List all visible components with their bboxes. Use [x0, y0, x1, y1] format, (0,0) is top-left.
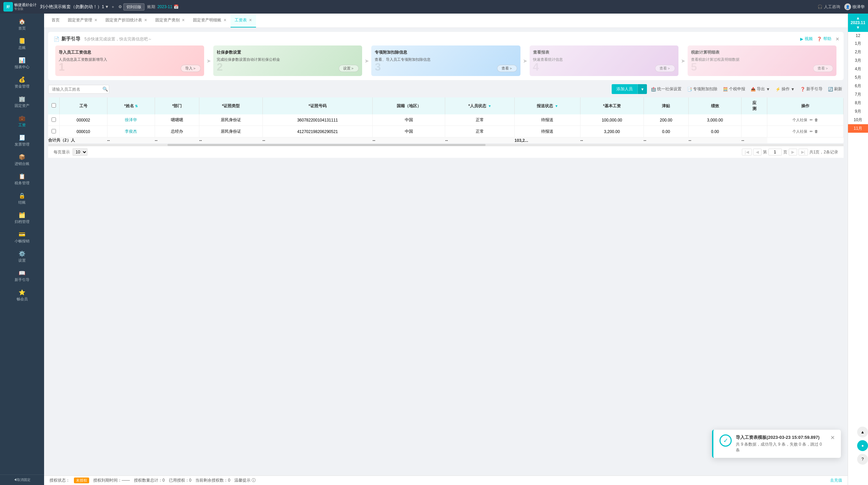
sidebar-item-inventory[interactable]: 📦 进销台账: [0, 150, 44, 170]
account-name[interactable]: 刘小艳演示账套（勿删勿动！）1: [40, 4, 104, 10]
month-10[interactable]: 10月: [848, 116, 868, 124]
sidebar-item-expense[interactable]: 💳 小畅报销: [0, 228, 44, 247]
search-input[interactable]: [48, 85, 109, 94]
edit-btn-2[interactable]: ✏: [810, 129, 813, 133]
social-insurance-button[interactable]: 🏥 统一社保设置: [650, 86, 683, 92]
user-menu[interactable]: 👤 徐泽华: [844, 3, 865, 10]
year-up-arrow[interactable]: ▲: [856, 16, 860, 20]
horizontal-scrollbar[interactable]: [48, 144, 844, 146]
year-down-arrow[interactable]: ▼: [856, 25, 860, 30]
tab-fixed-detail-close[interactable]: ✕: [223, 18, 226, 22]
down-action[interactable]: ●: [857, 440, 868, 451]
sidebar-item-ledger[interactable]: 📒 总账: [0, 34, 44, 54]
period-value[interactable]: 2023-11: [157, 4, 172, 9]
month-6[interactable]: 6月: [848, 82, 868, 90]
page-number-input[interactable]: [768, 149, 782, 155]
row-checkbox-1[interactable]: [48, 114, 60, 126]
performance-1[interactable]: 3,000.00: [689, 114, 742, 126]
export-button[interactable]: 📤 导出 ▼: [749, 86, 771, 92]
top-up-link[interactable]: 去充值: [830, 478, 842, 483]
tab-fixed-assets[interactable]: 固定资产管理 ✕: [64, 14, 101, 27]
month-7[interactable]: 7月: [848, 90, 868, 99]
guide-step-1-btn[interactable]: 导入＞: [181, 65, 201, 72]
month-1[interactable]: 1月: [848, 39, 868, 48]
account-dropdown-icon[interactable]: ▼: [105, 4, 109, 9]
tab-payroll-close[interactable]: ✕: [249, 18, 252, 22]
switch-version-button[interactable]: 切到旧版: [123, 3, 144, 11]
help-link[interactable]: ❓ 帮助: [817, 36, 831, 42]
guide-close-button[interactable]: ✕: [835, 36, 840, 42]
row-checkbox[interactable]: [52, 117, 56, 122]
sidebar-item-home[interactable]: 🏠 首页: [0, 15, 44, 34]
sidebar-item-fixed-assets[interactable]: 🏢 固定资产: [0, 92, 44, 112]
sidebar-item-invoice[interactable]: 🧾 发票管理: [0, 131, 44, 150]
select-all-checkbox[interactable]: [52, 103, 56, 108]
additional-deduction-button[interactable]: 📑 专项附加扣除: [686, 86, 719, 92]
tab-fixed-category-close[interactable]: ✕: [182, 18, 185, 22]
delete-btn-2[interactable]: 🗑: [814, 129, 818, 133]
personal-tax-button[interactable]: 🧮 个税申报: [722, 86, 747, 92]
add-employee-dropdown-button[interactable]: ▼: [637, 84, 647, 94]
sidebar-item-funds[interactable]: 💰 资金管理: [0, 73, 44, 92]
personal-insurance-link-1[interactable]: 个人社保: [792, 118, 807, 122]
basic-salary-1[interactable]: 100,000.00: [580, 114, 644, 126]
delete-btn-1[interactable]: 🗑: [814, 118, 818, 122]
ops-2[interactable]: 个人社保 ✏ 🗑: [767, 126, 844, 137]
search-button[interactable]: 🔍: [102, 87, 108, 92]
up-action[interactable]: ▲: [857, 427, 868, 437]
row-checkbox[interactable]: [52, 129, 56, 133]
guide-step-3-btn[interactable]: 查看＞: [497, 65, 517, 72]
sidebar-item-member[interactable]: ⭐ 畅会员: [0, 286, 44, 305]
ai-consult-button[interactable]: 🎧 人工咨询: [817, 4, 840, 10]
month-3[interactable]: 3月: [848, 56, 868, 65]
last-page-button[interactable]: ▶|: [798, 149, 808, 155]
tab-payroll-table[interactable]: 工资表 ✕: [231, 14, 256, 27]
guide-step-4-btn[interactable]: 查看＞: [655, 65, 675, 72]
tab-depreciation[interactable]: 固定资产折旧统计表 ✕: [101, 14, 151, 27]
tab-fixed-assets-close[interactable]: ✕: [94, 18, 97, 22]
tab-depreciation-close[interactable]: ✕: [144, 18, 147, 22]
tab-home[interactable]: 首页: [47, 14, 64, 27]
basic-salary-2[interactable]: 3,200.00: [580, 126, 644, 137]
sidebar-item-tax[interactable]: 📋 税务管理: [0, 170, 44, 189]
select-all-header[interactable]: [48, 97, 60, 114]
sidebar-item-closing[interactable]: 🔒 结账: [0, 189, 44, 208]
new-guide-button[interactable]: ❓ 新手引导: [799, 86, 824, 92]
personal-insurance-link-2[interactable]: 个人社保: [792, 129, 807, 133]
month-4[interactable]: 4月: [848, 65, 868, 73]
calendar-icon[interactable]: 📅: [174, 4, 179, 9]
add-employee-button[interactable]: 添加人员: [612, 84, 637, 94]
video-link[interactable]: ▶ 视频: [800, 36, 813, 42]
month-5[interactable]: 5月: [848, 73, 868, 82]
guide-step-2-btn[interactable]: 设置＞: [339, 65, 359, 72]
toast-close-button[interactable]: ✕: [830, 434, 835, 441]
tab-fixed-category[interactable]: 固定资产类别 ✕: [151, 14, 189, 27]
add-account-icon[interactable]: ＋: [111, 4, 115, 10]
month-2[interactable]: 2月: [848, 48, 868, 56]
month-12[interactable]: 12: [848, 32, 868, 39]
cancel-fixed-button[interactable]: ◀取消固定: [0, 474, 44, 485]
employee-name-1[interactable]: 徐泽华: [107, 114, 155, 126]
settings-icon[interactable]: ⚙: [118, 4, 122, 9]
sidebar-item-payroll[interactable]: 💼 工资: [0, 112, 44, 131]
employee-name-2[interactable]: 李俊杰: [107, 126, 155, 137]
operations-button[interactable]: ⚡ 操作 ▼: [774, 86, 796, 92]
edit-btn-1[interactable]: ✏: [810, 118, 813, 122]
prev-page-button[interactable]: ◀: [753, 149, 762, 155]
next-page-button[interactable]: ▶: [789, 149, 797, 155]
row-checkbox-2[interactable]: [48, 126, 60, 137]
help-action[interactable]: ?: [857, 454, 868, 465]
allowance-2[interactable]: 0.00: [644, 126, 689, 137]
sidebar-item-archive[interactable]: 🗂️ 归档管理: [0, 208, 44, 228]
sidebar-item-guide[interactable]: 📖 新手引导: [0, 266, 44, 286]
first-page-button[interactable]: |◀: [742, 149, 751, 155]
performance-2[interactable]: 0.00: [689, 126, 742, 137]
page-size-select[interactable]: 10 20 50: [73, 148, 87, 156]
month-9[interactable]: 9月: [848, 107, 868, 116]
refresh-button[interactable]: 🔄 刷新: [827, 86, 844, 92]
month-8[interactable]: 8月: [848, 99, 868, 107]
sidebar-item-reports[interactable]: 📊 报表中心: [0, 54, 44, 73]
sidebar-item-settings[interactable]: ⚙️ 设置: [0, 247, 44, 266]
allowance-1[interactable]: 200.00: [644, 114, 689, 126]
guide-step-5-btn[interactable]: 查看＞: [813, 65, 833, 72]
